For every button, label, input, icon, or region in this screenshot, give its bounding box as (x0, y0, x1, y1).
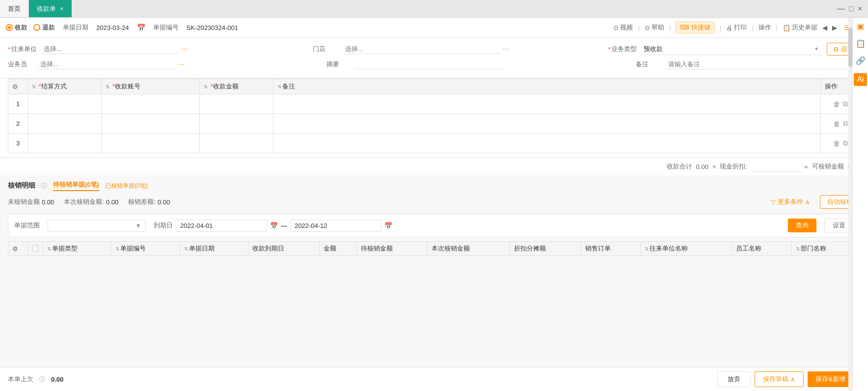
range-select[interactable]: ▼ (48, 220, 146, 232)
sales-order-col: 销售订单 (581, 242, 641, 256)
scroll-thumb[interactable] (848, 28, 852, 67)
more-filters-button[interactable]: ▽ 更多条件 ∧ (771, 197, 810, 206)
salesperson-field: 业务员 ··· (8, 59, 307, 69)
query-button[interactable]: 查询 (788, 219, 816, 232)
required-star-2: * (608, 46, 610, 53)
start-date-input[interactable] (176, 220, 267, 232)
end-date-input[interactable] (290, 220, 381, 232)
receipt-radio[interactable]: 收款 (6, 23, 27, 32)
account-cell-3[interactable] (102, 134, 200, 153)
window-close-button[interactable]: × (858, 4, 862, 13)
delete-icon-1[interactable]: 🗑 (833, 100, 840, 108)
form-row-1: * 往来单位 ··· 门店 ··· * 业务类型 预收款 ▼ (8, 43, 860, 56)
remark-col: ⇅备注 (273, 79, 821, 94)
account-col: ⇅ *收款账号 (102, 79, 200, 94)
done-tab[interactable]: 已核销单据(0笔) (105, 182, 148, 190)
discount-input[interactable] (751, 162, 800, 171)
settle-method-cell-2[interactable] (28, 114, 102, 134)
row-num-2: 2 (8, 114, 28, 134)
gear-icon: ⚙ (833, 46, 839, 53)
business-type-select[interactable]: 预收款 ▼ (641, 44, 822, 55)
history-button[interactable]: 📋 历史单据 (783, 23, 817, 32)
arrow-right-button[interactable]: ▶ (832, 24, 837, 31)
sidebar-icon-1[interactable]: ▣ (857, 22, 864, 31)
save-draft-button[interactable]: 保存草稿 ∧ (755, 371, 804, 387)
copy-icon-2[interactable]: ⧉ (843, 119, 848, 128)
summary-input[interactable] (356, 59, 503, 69)
calendar-icon[interactable]: 📅 (137, 24, 145, 31)
verify-info-icon[interactable]: ⓘ (41, 182, 47, 190)
salesperson-input[interactable] (37, 59, 175, 69)
date-range: 到期日 📅 — 📅 (154, 220, 392, 232)
balance-info-icon[interactable]: ⓘ (39, 375, 45, 384)
remark-cell-3[interactable] (273, 134, 821, 153)
table-gear-icon[interactable]: ⚙ (12, 83, 18, 90)
pending-amount-col: 待核销金额 (356, 242, 428, 256)
amount-cell-1[interactable] (200, 94, 273, 114)
pending-tab[interactable]: 待核销单据(0笔) (53, 180, 99, 191)
arrow-left-button[interactable]: ◀ (822, 24, 827, 31)
settle-method-cell-3[interactable] (28, 134, 102, 153)
chevron-down-icon: ▼ (814, 46, 819, 52)
partner-input[interactable] (41, 44, 178, 54)
remark-input[interactable] (665, 59, 860, 69)
help-icon: ⊙ (645, 24, 650, 31)
abandon-button[interactable]: 放弃 (717, 371, 751, 387)
sidebar-icon-4[interactable]: Ai (854, 73, 867, 86)
number-value: SK-20230324-001 (187, 24, 239, 31)
help-button[interactable]: ⊙ 帮助 (645, 23, 664, 32)
minimize-button[interactable]: — (837, 4, 845, 13)
remark-cell-1[interactable] (273, 94, 821, 114)
gear-col-bottom: ⚙ (8, 242, 28, 256)
toolbar-right: ⊙ 视频 | ⊙ 帮助 | ⌨ 快捷键 | 🖨 打印 | 操作 | (613, 22, 862, 33)
operation-button[interactable]: 操作 (759, 23, 771, 32)
video-icon: ⊙ (613, 24, 619, 31)
amount-cell-3[interactable] (200, 134, 273, 153)
bottom-table: ⚙ ⇅单据类型 ⇅单据编号 ⇅单据日期 收款到期日 金额 (8, 241, 860, 256)
due-date-label: 到期日 (154, 221, 173, 230)
calendar-icon-2[interactable]: 📅 (384, 222, 392, 229)
verify-stats: 未核销金额 0.00 本次核销金额: 0.00 核销差额: 0.00 ▽ 更多条… (8, 195, 860, 209)
select-all-checkbox[interactable] (32, 245, 39, 252)
refund-radio[interactable]: 退款 (33, 23, 55, 32)
bottom-gear-icon[interactable]: ⚙ (12, 245, 18, 252)
main-wrapper: 收款 退款 单据日期 2023-03-24 📅 单据编号 SK-20230324… (0, 18, 868, 391)
tab-receipt[interactable]: 收款单 × (29, 0, 72, 17)
print-button[interactable]: 🖨 打印 (726, 23, 747, 32)
business-type-value: 预收款 (644, 45, 663, 54)
tab-close-icon[interactable]: × (60, 5, 63, 12)
remark-cell-2[interactable] (273, 114, 821, 134)
radio-group: 收款 退款 (6, 23, 55, 32)
delete-icon-2[interactable]: 🗑 (833, 120, 840, 128)
maximize-button[interactable]: □ (849, 4, 854, 13)
refund-radio-label: 退款 (42, 23, 55, 32)
delete-icon-3[interactable]: 🗑 (833, 140, 840, 147)
salesperson-ellipsis[interactable]: ··· (175, 60, 187, 69)
summary-field: 摘要 (326, 59, 625, 69)
video-button[interactable]: ⊙ 视频 (613, 23, 633, 32)
copy-icon-1[interactable]: ⧉ (843, 100, 848, 108)
account-cell-1[interactable] (102, 94, 200, 114)
partner-ellipsis[interactable]: ··· (178, 45, 190, 54)
shortcut-button[interactable]: ⌨ 快捷键 (676, 22, 715, 33)
copy-icon-3[interactable]: ⧉ (843, 139, 848, 147)
account-cell-2[interactable] (102, 114, 200, 134)
balance-value: 0.00 (51, 376, 63, 383)
sidebar-icon-2[interactable]: 📋 (856, 39, 866, 48)
dropdown-icon-1[interactable]: ∧ (790, 376, 795, 383)
filter-row: 单据范围 ▼ 到期日 📅 — 📅 查询 设置 (8, 214, 860, 237)
store-ellipsis[interactable]: ··· (499, 45, 512, 54)
settle-method-cell-1[interactable] (28, 94, 102, 114)
required-star: * (8, 46, 10, 53)
sidebar-icon-3[interactable]: 🔗 (856, 56, 866, 65)
current-label: 本次核销金额: (64, 197, 104, 206)
history-icon: 📋 (783, 24, 790, 31)
store-field: 门店 ··· (313, 44, 598, 54)
discount-label: 现金折扣: (720, 162, 747, 171)
calendar-icon-1[interactable]: 📅 (270, 222, 278, 229)
amount-col-b: 金额 (319, 242, 356, 256)
store-input[interactable] (342, 44, 499, 54)
amount-cell-2[interactable] (200, 114, 273, 134)
business-type-field: * 业务类型 预收款 ▼ (608, 44, 822, 55)
tab-home[interactable]: 首页 (0, 0, 29, 17)
